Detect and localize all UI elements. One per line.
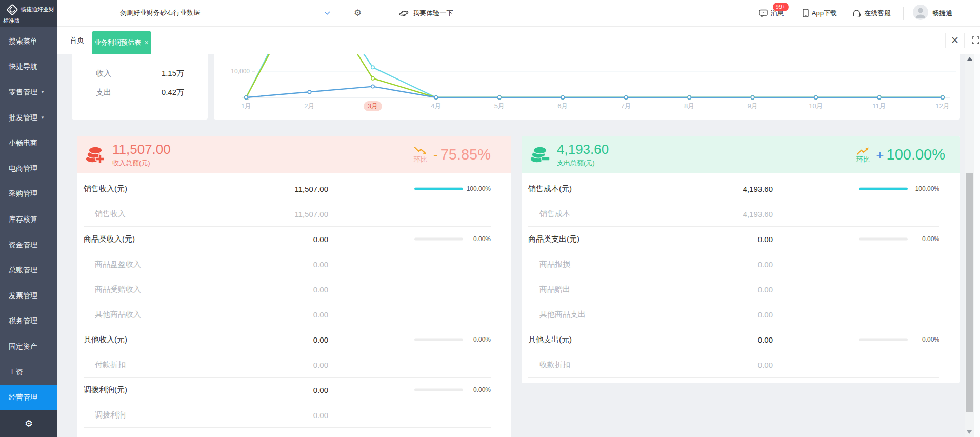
row-percent: 0.00% xyxy=(450,386,491,393)
row-label: 商品类收入(元) xyxy=(84,234,135,244)
sidebar-item-label: 小畅电商 xyxy=(9,138,37,148)
sidebar-item[interactable]: 采购管理 xyxy=(0,182,57,207)
expense-ratio: + 100.00% xyxy=(876,146,945,163)
sidebar-item[interactable]: 小畅电商 xyxy=(0,130,57,156)
month-label[interactable]: 10月 xyxy=(805,101,827,111)
month-label-selected[interactable]: 3月 xyxy=(364,101,382,111)
income-total-label: 收入总额(元) xyxy=(112,158,171,168)
row-value: 0.00 xyxy=(221,335,328,344)
messages-button[interactable]: 消息 99+ xyxy=(759,9,784,18)
sidebar-item[interactable]: 库存核算 xyxy=(0,207,57,232)
month-label[interactable]: 1月 xyxy=(237,101,255,111)
sidebar-item[interactable]: 批发管理▼ xyxy=(0,105,57,131)
vertical-scrollbar[interactable] xyxy=(965,54,974,437)
table-row: 其他商品收入0.00 xyxy=(77,302,511,327)
sidebar-item[interactable]: 快捷导航 xyxy=(0,54,57,80)
month-label[interactable]: 4月 xyxy=(427,101,445,111)
row-percent: 0.00% xyxy=(898,235,939,243)
expense-trend-block: 环比 xyxy=(855,146,871,164)
expense-total-block: 4,193.60 支出总额(元) xyxy=(557,142,609,168)
chevron-down-icon: ▼ xyxy=(41,90,45,94)
username[interactable]: 畅捷通 xyxy=(932,9,952,18)
sidebar-item[interactable]: 经营管理 xyxy=(0,385,57,410)
sidebar-item-label: 固定资产 xyxy=(9,342,37,351)
expense-ratio-block: 环比 + 100.00% xyxy=(855,146,945,164)
experience-button[interactable]: 我要体验一下 xyxy=(399,9,453,18)
income-total: 11,507.00 xyxy=(112,142,171,157)
table-row: 商品赠出0.00 xyxy=(522,276,960,302)
chevron-down-icon: ▼ xyxy=(41,115,45,120)
settings-gear-icon[interactable]: ⚙ xyxy=(354,9,362,17)
row-value: 0.00 xyxy=(221,385,328,394)
sidebar-settings-gear-icon[interactable]: ⚙ xyxy=(25,419,33,428)
row-value: 0.00 xyxy=(221,234,328,243)
sidebar-item-label: 发票管理 xyxy=(9,291,37,301)
topbar-divider xyxy=(903,7,904,20)
row-label: 付款折扣 xyxy=(95,360,126,369)
month-label[interactable]: 6月 xyxy=(553,101,572,111)
table-row: 调拨利润0.00 xyxy=(77,402,511,427)
sidebar-item[interactable]: 发票管理 xyxy=(0,283,57,309)
table-row: 收款折扣0.00 xyxy=(522,352,960,377)
sidebar-item-label: 工资 xyxy=(9,368,23,377)
scrollbar-up-arrow[interactable] xyxy=(967,57,972,61)
close-icon[interactable]: ✕ xyxy=(946,27,964,54)
scrollbar-gutter xyxy=(974,54,980,437)
sidebar-item[interactable]: 固定资产 xyxy=(0,334,57,360)
planet-icon xyxy=(399,9,409,17)
expense-card: 4,193.60 支出总额(元) 环比 + 100.00% 销售成本(元)4,1… xyxy=(522,136,960,383)
sidebar-item[interactable]: 工资 xyxy=(0,360,57,385)
sidebar-item[interactable]: 搜索菜单 xyxy=(0,29,57,54)
month-label[interactable]: 2月 xyxy=(300,101,318,111)
row-value: 0.00 xyxy=(221,310,328,319)
sidebar-item-label: 批发管理 xyxy=(9,113,37,123)
month-label[interactable]: 7月 xyxy=(617,101,635,111)
expense-ratio-label: 环比 xyxy=(856,155,870,164)
table-row: 商品受赠收入0.00 xyxy=(77,276,511,302)
row-value: 0.00 xyxy=(221,260,328,268)
row-label: 调拨利润 xyxy=(95,410,126,420)
summary-income-value: 1.15万 xyxy=(162,69,184,78)
sidebar-item[interactable]: 电商管理 xyxy=(0,156,57,182)
table-row: 商品盘盈收入0.00 xyxy=(77,251,511,276)
scrollbar-thumb[interactable] xyxy=(966,173,973,412)
table-row: 其他商品支出0.00 xyxy=(522,302,960,327)
sidebar-item-label: 总账管理 xyxy=(9,266,37,275)
sidebar-footer: ⚙ xyxy=(0,410,57,437)
app-title: 畅捷通好业财 xyxy=(21,6,54,13)
logo-block: 畅捷通好业财 标准版 xyxy=(0,0,57,27)
income-card-header: 11,507.00 收入总额(元) 环比 - 75.85% xyxy=(77,136,511,173)
online-service-button[interactable]: 在线客服 xyxy=(852,9,891,18)
sidebar-item[interactable]: 资金管理 xyxy=(0,232,57,258)
tab-profit-forecast[interactable]: 业务利润预估表 ✕ xyxy=(92,31,151,54)
app-download-button[interactable]: App下载 xyxy=(803,9,837,18)
online-service-label: 在线客服 xyxy=(864,9,891,18)
table-row: 其他收入(元)0.000.00% xyxy=(77,327,511,352)
expense-ratio-value: 100.00% xyxy=(887,146,946,163)
income-ratio-block: 环比 - 75.85% xyxy=(413,146,491,164)
month-label[interactable]: 5月 xyxy=(490,101,509,111)
income-table: 销售收入(元)11,507.00100.00%销售收入11,507.00商品类收… xyxy=(77,173,511,428)
expense-total-label: 支出总额(元) xyxy=(557,158,609,168)
summary-expense-label: 支出 xyxy=(96,88,111,97)
user-avatar[interactable] xyxy=(913,5,928,22)
month-label[interactable]: 11月 xyxy=(868,101,890,111)
month-label[interactable]: 12月 xyxy=(931,101,953,111)
headset-icon xyxy=(852,9,861,17)
income-ratio-value: 75.85% xyxy=(441,146,491,163)
sidebar-item[interactable]: 总账管理 xyxy=(0,257,57,283)
month-label[interactable]: 9月 xyxy=(743,101,762,111)
expense-table: 销售成本(元)4,193.60100.00%销售成本4,193.60商品类支出(… xyxy=(522,173,960,378)
tab-home[interactable]: 首页 xyxy=(63,27,91,54)
summary-expense-value: 0.42万 xyxy=(162,88,184,97)
scrollbar-down-arrow[interactable] xyxy=(967,430,972,434)
sidebar-item[interactable]: 税务管理 xyxy=(0,309,57,334)
month-label[interactable]: 8月 xyxy=(680,101,698,111)
table-row: 销售收入11,507.00 xyxy=(77,201,511,226)
fullscreen-button[interactable] xyxy=(965,27,980,54)
tab-close-icon[interactable]: ✕ xyxy=(144,39,149,46)
company-select-value: 勿删好业财务砂石行业数据 xyxy=(120,8,200,17)
company-select[interactable]: 勿删好业财务砂石行业数据 xyxy=(119,6,341,21)
sidebar-item[interactable]: 零售管理▼ xyxy=(0,80,57,105)
tab-bar: 首页 业务利润预估表 ✕ ✕ xyxy=(57,27,980,54)
